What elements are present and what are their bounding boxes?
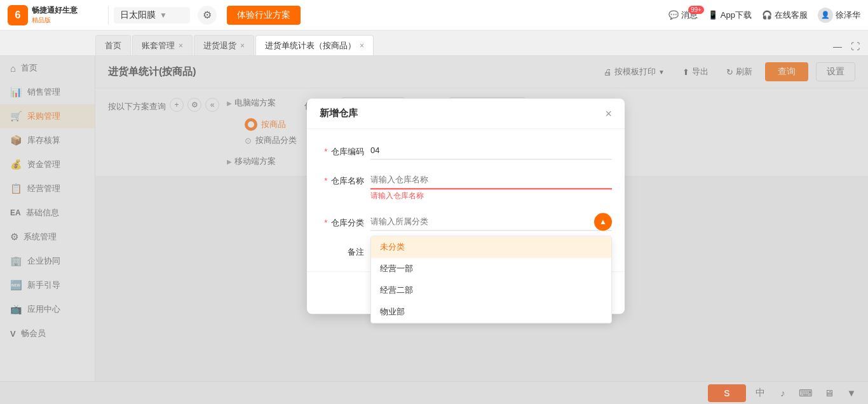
app-logo-icon: 6 (8, 5, 28, 25)
headset-icon: 🎧 (762, 10, 772, 20)
user-button[interactable]: 👤 徐泽华 (818, 8, 860, 23)
name-input-wrap: 请输入仓库名称 (370, 171, 612, 201)
logo-text: 畅捷通好生意 精品版 (32, 5, 78, 25)
dropdown-option-2[interactable]: 经营二部 (371, 279, 611, 301)
tab-home[interactable]: 首页 (95, 35, 131, 55)
modal-close-button[interactable]: × (605, 108, 612, 119)
header-actions: ⚙ 体验行业方案 (198, 6, 301, 25)
message-badge: 99+ (688, 6, 704, 14)
category-label: * 仓库分类 (320, 213, 364, 229)
category-dropdown-list: 未分类 经营一部 经营二部 物业部 (370, 236, 612, 323)
tab-purchase-return[interactable]: 进货退货 × (194, 35, 254, 55)
settings-icon[interactable]: ⚙ (198, 6, 217, 25)
code-input-wrap (370, 142, 612, 159)
avatar: 👤 (818, 8, 833, 23)
code-label: * 仓库编码 (320, 142, 364, 158)
modal-header: 新增仓库 × (307, 98, 625, 129)
modal-body: * 仓库编码 * 仓库名称 请输入仓库名称 * 仓库分类 (307, 129, 625, 260)
dropdown-option-1[interactable]: 经营一部 (371, 258, 611, 279)
phone-icon: 📱 (708, 10, 718, 20)
new-warehouse-modal: 新增仓库 × * 仓库编码 * 仓库名称 请输入仓库名称 (307, 98, 625, 314)
tab-expand-button[interactable]: ⛶ (848, 39, 863, 54)
name-error-text: 请输入仓库名称 (370, 191, 612, 201)
header-right: 💬 消息 99+ 📱 App下载 🎧 在线客服 👤 徐泽华 (668, 8, 860, 23)
category-input[interactable] (370, 213, 612, 231)
tab-minimize-button[interactable]: — (830, 39, 845, 54)
try-industry-button[interactable]: 体验行业方案 (227, 6, 301, 25)
divider (108, 6, 109, 25)
message-button[interactable]: 💬 消息 99+ (668, 10, 698, 21)
category-field-row: * 仓库分类 ▲ 未分类 经营一部 经营二部 物业部 (320, 213, 612, 231)
tab-close-account[interactable]: × (179, 41, 183, 50)
logo-area: 6 畅捷通好生意 精品版 (8, 5, 103, 25)
tab-account[interactable]: 账套管理 × (132, 35, 193, 55)
code-input[interactable] (370, 142, 612, 159)
name-input[interactable] (370, 171, 612, 189)
tab-bar: 首页 账套管理 × 进货退货 × 进货单统计表（按商品） × — ⛶ (0, 30, 868, 56)
dropdown-option-0[interactable]: 未分类 (371, 236, 611, 258)
dropdown-arrow-icon: ▼ (159, 11, 167, 20)
tab-close-stats[interactable]: × (360, 41, 364, 50)
top-header: 6 畅捷通好生意 精品版 日太阳膜 ▼ ⚙ 体验行业方案 💬 消息 99+ 📱 … (0, 0, 868, 30)
online-service-button[interactable]: 🎧 在线客服 (762, 10, 808, 21)
name-label: * 仓库名称 (320, 171, 364, 187)
name-field-row: * 仓库名称 请输入仓库名称 (320, 171, 612, 201)
store-selector[interactable]: 日太阳膜 ▼ (114, 7, 190, 24)
message-icon: 💬 (668, 10, 679, 20)
tab-close-return[interactable]: × (240, 41, 245, 50)
modal-title: 新增仓库 (320, 107, 358, 119)
dropdown-option-3[interactable]: 物业部 (371, 301, 611, 323)
category-dropdown-wrap: ▲ 未分类 经营一部 经营二部 物业部 (370, 213, 612, 231)
dropdown-toggle-button[interactable]: ▲ (594, 213, 612, 231)
code-field-row: * 仓库编码 (320, 142, 612, 159)
tab-purchase-stats[interactable]: 进货单统计表（按商品） × (255, 35, 374, 55)
notes-label: 备注 (320, 242, 364, 258)
tab-controls: — ⛶ (830, 39, 868, 55)
app-download-button[interactable]: 📱 App下载 (708, 10, 752, 21)
